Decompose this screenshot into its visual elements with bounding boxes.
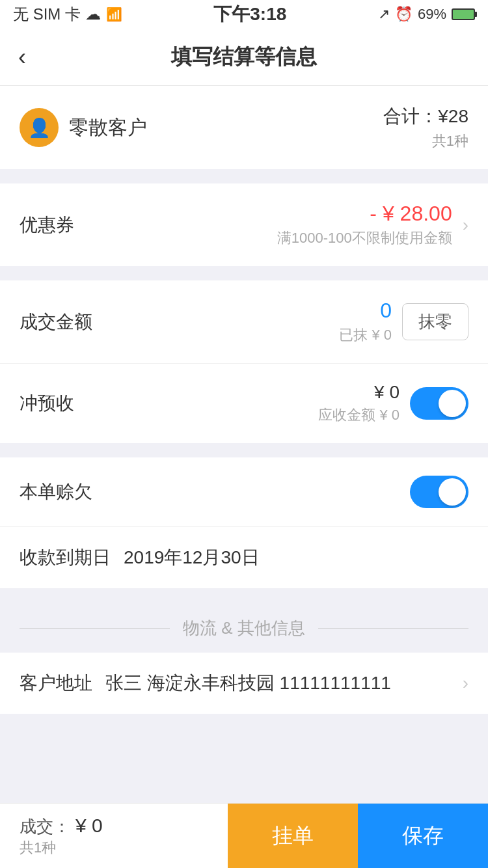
pre-collection-label: 冲预收: [20, 391, 74, 416]
deal-amount-right: 0 已抹 ¥ 0 抹零: [339, 299, 468, 345]
total-label: 合计：¥28: [383, 104, 468, 129]
coupon-values: - ¥ 28.00 满1000-100不限制使用金额: [277, 202, 452, 248]
due-date-content: 收款到期日 2019年12月30日: [20, 545, 468, 570]
avatar-icon: 👤: [28, 117, 51, 139]
chevron-icon: ›: [463, 215, 468, 236]
alarm-icon: ⏰: [395, 6, 413, 23]
status-left: 无 SIM 卡 ☁ 📶: [13, 4, 122, 25]
wifi-icon: 📶: [106, 7, 122, 22]
customer-info: 👤 零散客户: [20, 108, 147, 147]
coupon-right: - ¥ 28.00 满1000-100不限制使用金额 ›: [277, 202, 468, 248]
due-date-label: 收款到期日: [20, 545, 111, 570]
save-button[interactable]: 保存: [358, 804, 488, 869]
bottom-deal-label: 成交：: [20, 815, 70, 838]
content-area: 👤 零散客户 合计：¥28 共1种 优惠券 - ¥ 28.00 满1000-10…: [0, 86, 488, 793]
logistics-line-right: [318, 628, 468, 629]
coupon-desc: 满1000-100不限制使用金额: [277, 228, 452, 248]
bottom-bar: 成交： ¥ 0 共1种 挂单 保存: [0, 803, 488, 868]
pre-collection-toggle[interactable]: [410, 387, 468, 420]
debt-row: 本单赊欠: [0, 457, 488, 526]
coupon-label: 优惠券: [20, 213, 74, 237]
status-time: 下午3:18: [213, 2, 286, 27]
pre-sub: 应收金额 ¥ 0: [318, 405, 400, 425]
deal-section: 成交金额 0 已抹 ¥ 0 抹零 冲预收 ¥ 0 应收金额 ¥ 0: [0, 280, 488, 443]
coupon-amount: - ¥ 28.00: [277, 202, 452, 226]
divider-3: [0, 444, 488, 457]
pre-collection-values: ¥ 0 应收金额 ¥ 0: [318, 382, 400, 425]
customer-totals: 合计：¥28 共1种: [383, 104, 468, 151]
battery-icon: [452, 8, 475, 20]
address-label: 客户地址: [20, 671, 92, 696]
due-date-value: 2019年12月30日: [124, 545, 260, 570]
logistics-label: 物流 & 其他信息: [183, 617, 305, 640]
deal-amount-values: 0 已抹 ¥ 0: [339, 299, 392, 345]
address-chevron-icon: ›: [463, 673, 468, 694]
deal-amount-sub: 已抹 ¥ 0: [339, 325, 392, 345]
bottom-count: 共1种: [20, 838, 208, 858]
battery-label: 69%: [418, 6, 446, 23]
location-icon: ↗: [378, 6, 390, 23]
customer-avatar: 👤: [20, 108, 59, 147]
customer-name: 零散客户: [69, 115, 147, 141]
deal-amount-row: 成交金额 0 已抹 ¥ 0 抹零: [0, 280, 488, 364]
divider-4: [0, 590, 488, 603]
coupon-section[interactable]: 优惠券 - ¥ 28.00 满1000-100不限制使用金额 ›: [0, 183, 488, 266]
sim-label: 无 SIM 卡 ☁: [13, 4, 101, 25]
page-title: 填写结算等信息: [171, 43, 317, 72]
debt-label: 本单赊欠: [20, 480, 92, 504]
bottom-amount: ¥ 0: [75, 815, 103, 837]
deal-amount-value: 0: [339, 299, 392, 323]
bottom-summary: 成交： ¥ 0 共1种: [0, 815, 228, 858]
deal-amount-label: 成交金额: [20, 310, 92, 334]
back-button[interactable]: ‹: [18, 44, 26, 71]
pre-collection-row: 冲预收 ¥ 0 应收金额 ¥ 0: [0, 364, 488, 443]
item-count: 共1种: [383, 131, 468, 151]
logistics-line-left: [20, 628, 170, 629]
pre-collection-right: ¥ 0 应收金额 ¥ 0: [318, 382, 468, 425]
debt-section: 本单赊欠 收款到期日 2019年12月30日: [0, 457, 488, 588]
hang-order-button[interactable]: 挂单: [228, 804, 358, 869]
customer-section: 👤 零散客户 合计：¥28 共1种: [0, 86, 488, 169]
divider-2: [0, 267, 488, 280]
pre-amount: ¥ 0: [318, 382, 400, 403]
debt-toggle[interactable]: [410, 476, 468, 508]
address-value: 张三 海淀永丰科技园 11111111111: [105, 671, 463, 696]
nav-bar: ‹ 填写结算等信息: [0, 29, 488, 86]
status-right: ↗ ⏰ 69%: [378, 6, 475, 23]
logistics-divider: 物流 & 其他信息: [0, 604, 488, 653]
divider-1: [0, 170, 488, 183]
due-date-row[interactable]: 收款到期日 2019年12月30日: [0, 526, 488, 588]
status-bar: 无 SIM 卡 ☁ 📶 下午3:18 ↗ ⏰ 69%: [0, 0, 488, 29]
coupon-row[interactable]: 优惠券 - ¥ 28.00 满1000-100不限制使用金额 ›: [0, 183, 488, 266]
address-row[interactable]: 客户地址 张三 海淀永丰科技园 11111111111 ›: [0, 653, 488, 714]
round-zero-button[interactable]: 抹零: [402, 303, 468, 340]
